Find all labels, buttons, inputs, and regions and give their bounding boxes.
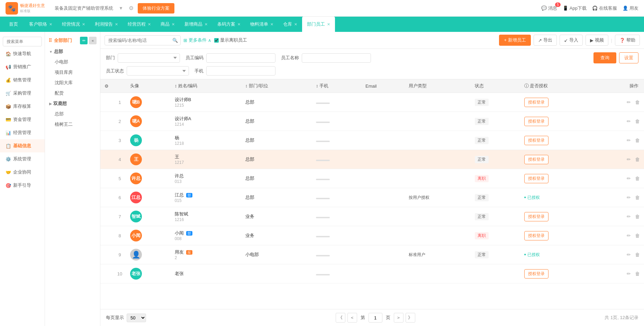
add-employee-btn[interactable]: + 新增员工 [499, 35, 530, 46]
dept-tree-item-shenyang[interactable]: 沈阳大库 [45, 78, 100, 88]
edit-icon[interactable]: ✏ [627, 233, 631, 238]
dept-edit-btn[interactable]: ✏ [80, 37, 88, 44]
sidebar-item-collaboration[interactable]: 🤝 企业协同 [0, 166, 45, 179]
search-input[interactable] [105, 35, 181, 45]
nav-item-history[interactable]: 经营历程 ✕ [123, 17, 156, 32]
nav-item-customer[interactable]: 客户联络 ✕ [24, 17, 57, 32]
nav-item-operation[interactable]: 经营情况 ✕ [57, 17, 90, 32]
dept-tree-item-delivery[interactable]: 配货 [45, 88, 100, 98]
user-btn[interactable]: 👤 用友 [623, 5, 638, 11]
query-btn[interactable]: 查询 [593, 52, 616, 63]
auth-btn[interactable]: 授权登录 [524, 231, 548, 240]
last-page-btn[interactable]: 》 [406, 313, 415, 323]
settings-btn[interactable]: 设置 [619, 52, 638, 63]
delete-icon[interactable]: 🗑 [635, 195, 640, 200]
sidebar-item-finance[interactable]: 💳 资金管理 [0, 113, 45, 126]
first-page-btn[interactable]: 《 [336, 313, 345, 323]
gear-icon[interactable]: ⚙ [129, 5, 134, 11]
delete-icon[interactable]: 🗑 [635, 214, 640, 219]
close-icon[interactable]: ✕ [270, 22, 273, 27]
sidebar-item-marketing[interactable]: 📢 营销推广 [0, 60, 45, 73]
message-btn[interactable]: 💬 消息 5 [541, 5, 557, 11]
phone-filter-input[interactable] [206, 66, 275, 76]
close-icon[interactable]: ✕ [49, 22, 52, 27]
nav-item-goods[interactable]: 商品 ✕ [156, 17, 180, 32]
more-filters-btn[interactable]: ⊞ 更多条件 ∧ [183, 37, 211, 43]
prev-page-btn[interactable]: ＜ [347, 313, 357, 323]
page-size-select[interactable]: 50 100 [127, 314, 146, 322]
app-download-btn[interactable]: 📱 App下载 [563, 5, 587, 11]
nav-item-home[interactable]: 首页 [3, 17, 24, 32]
dept-filter-select[interactable] [118, 53, 180, 63]
edit-icon[interactable]: ✏ [627, 157, 631, 162]
emp-code-input[interactable] [206, 53, 275, 63]
nav-item-warehouse[interactable]: 仓库 ✕ [278, 17, 302, 32]
auth-btn[interactable]: 授权登录 [524, 212, 548, 221]
close-icon[interactable]: ✕ [115, 22, 118, 27]
edit-icon[interactable]: ✏ [627, 176, 631, 181]
sidebar-item-inventory[interactable]: 📦 库存核算 [0, 100, 45, 113]
edit-icon[interactable]: ✏ [627, 118, 631, 124]
emp-name-input[interactable] [302, 53, 371, 63]
sidebar-item-purchase[interactable]: 🛒 采购管理 [0, 87, 45, 100]
all-dept-btn[interactable]: ⠿ 全部部门 [48, 37, 72, 44]
sidebar-search-input[interactable] [3, 37, 42, 46]
import-btn[interactable]: ↙ 导入 [560, 35, 583, 46]
nav-item-profit[interactable]: 利润报告 ✕ [90, 17, 123, 32]
delete-icon[interactable]: 🗑 [635, 118, 640, 124]
edit-icon[interactable]: ✏ [627, 99, 631, 105]
close-icon[interactable]: ✕ [172, 22, 175, 27]
edit-icon[interactable]: ✏ [627, 138, 631, 143]
edit-icon[interactable]: ✏ [627, 214, 631, 219]
delete-icon[interactable]: 🗑 [635, 138, 640, 143]
dept-tree-item-general[interactable]: 总部 [45, 109, 100, 119]
nav-item-add-goods[interactable]: 新增商品 ✕ [180, 17, 212, 32]
sidebar-item-guide[interactable]: 🎯 新手引导 [0, 179, 45, 192]
experience-btn[interactable]: 体验行业方案 [138, 3, 174, 14]
th-gear[interactable]: ⚙ [100, 79, 113, 93]
edit-icon[interactable]: ✏ [627, 271, 631, 276]
page-input[interactable] [369, 313, 382, 323]
th-name[interactable]: ↕ 姓名/编码 [171, 79, 242, 93]
delete-icon[interactable]: 🗑 [635, 99, 640, 105]
dept-tree-item-shuanglu[interactable]: ▶ 双鹿想 [45, 98, 100, 109]
delete-icon[interactable]: 🗑 [635, 176, 640, 181]
close-icon[interactable]: ✕ [237, 22, 241, 27]
next-page-btn[interactable]: ＞ [394, 313, 403, 323]
help-btn[interactable]: ❓ 帮助 [615, 35, 640, 46]
close-icon[interactable]: ✕ [82, 22, 85, 27]
close-icon[interactable]: ✕ [148, 22, 151, 27]
dept-collapse-btn[interactable]: « [89, 37, 97, 44]
auth-btn[interactable]: 授权登录 [524, 269, 548, 279]
delete-icon[interactable]: 🗑 [635, 157, 640, 162]
auth-btn[interactable]: 授权登录 [524, 136, 548, 145]
sidebar-item-basic-info[interactable]: 📋 基础信息 [0, 139, 45, 152]
delete-icon[interactable]: 🗑 [635, 252, 640, 257]
dept-tree-item-head[interactable]: ▼ 总部 [45, 46, 100, 57]
online-service-btn[interactable]: 🎧 在线客服 [592, 5, 617, 11]
sidebar-item-system[interactable]: ⚙️ 系统管理 [0, 152, 45, 166]
close-icon-active[interactable]: ✕ [327, 22, 330, 27]
th-phone[interactable]: ↕ 手机 [312, 79, 362, 93]
auth-btn[interactable]: 授权登录 [524, 174, 548, 183]
nav-item-barcode[interactable]: 条码方案 ✕ [212, 17, 245, 32]
sidebar-item-operation-mgmt[interactable]: 📊 经营管理 [0, 126, 45, 139]
dept-tree-item-electronics[interactable]: 小电部 [45, 57, 100, 67]
dept-tree-item-proj-warehouse[interactable]: 项目库房 [45, 67, 100, 78]
close-icon[interactable]: ✕ [294, 22, 297, 27]
delete-icon[interactable]: 🗑 [635, 233, 640, 238]
show-resigned-label[interactable]: 显示离职员工 [214, 37, 247, 43]
nav-item-bom[interactable]: 物料清单 ✕ [245, 17, 278, 32]
status-filter-select[interactable] [127, 66, 189, 76]
th-dept[interactable]: ↕ 部门/职位 [242, 79, 312, 93]
auth-btn[interactable]: 授权登录 [524, 98, 548, 107]
delete-icon[interactable]: 🗑 [635, 271, 640, 276]
sidebar-item-quicknav[interactable]: 🏠 快速导航 [0, 47, 45, 60]
close-icon[interactable]: ✕ [205, 22, 208, 27]
show-resigned-checkbox[interactable] [214, 38, 219, 43]
edit-icon[interactable]: ✏ [627, 195, 631, 200]
auth-btn[interactable]: 授权登录 [524, 117, 548, 126]
dept-tree-item-plant-king[interactable]: 植树王二 [45, 119, 100, 130]
view-btn[interactable]: ▶ 视频 [586, 35, 608, 46]
export-btn[interactable]: ↗ 导出 [534, 35, 557, 46]
